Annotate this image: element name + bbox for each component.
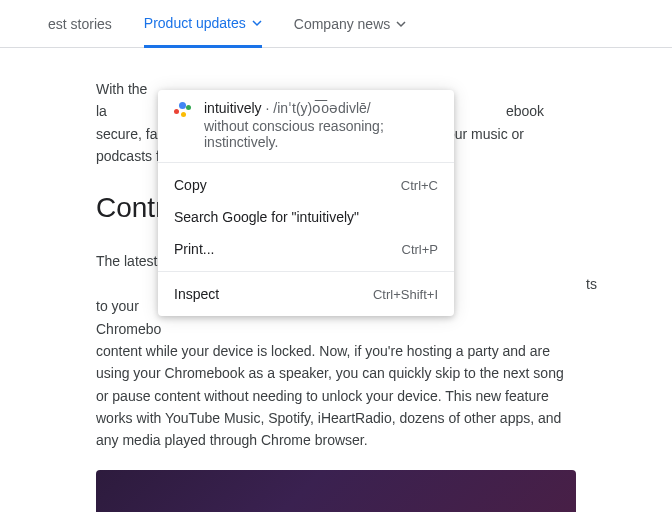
definition-meaning: without conscious reasoning; instinctive… — [204, 118, 438, 150]
menu-label: Copy — [174, 177, 401, 193]
text-fragment: The latest — [96, 253, 157, 269]
tab-label: est stories — [48, 16, 112, 32]
definition-word: intuitively — [204, 100, 262, 116]
menu-item-copy[interactable]: Copy Ctrl+C — [158, 169, 454, 201]
tab-product-updates[interactable]: Product updates — [144, 1, 262, 48]
context-menu: intuitively · /inˈt(y)o͞oədivlē/ without… — [158, 90, 454, 316]
menu-shortcut: Ctrl+C — [401, 178, 438, 193]
tab-label: Product updates — [144, 15, 246, 31]
menu-label: Search Google for "intuitively" — [174, 209, 438, 225]
menu-shortcut: Ctrl+Shift+I — [373, 287, 438, 302]
nav-tabs: est stories Product updates Company news — [0, 0, 672, 48]
tab-latest-stories[interactable]: est stories — [48, 0, 112, 47]
menu-label: Inspect — [174, 286, 373, 302]
menu-shortcut: Ctrl+P — [402, 242, 438, 257]
chevron-down-icon — [396, 19, 406, 29]
tab-company-news[interactable]: Company news — [294, 0, 407, 47]
definition-pronunciation: · /inˈt(y)o͞oədivlē/ — [265, 100, 370, 116]
media-thumbnail[interactable] — [96, 470, 576, 512]
tab-label: Company news — [294, 16, 391, 32]
text-fragment: With the la — [96, 81, 147, 119]
google-assistant-icon — [174, 102, 192, 120]
assistant-definition[interactable]: intuitively · /inˈt(y)o͞oədivlē/ without… — [158, 90, 454, 162]
menu-item-inspect[interactable]: Inspect Ctrl+Shift+I — [158, 278, 454, 310]
menu-item-search-google[interactable]: Search Google for "intuitively" — [158, 201, 454, 233]
menu-item-print[interactable]: Print... Ctrl+P — [158, 233, 454, 265]
chevron-down-icon — [252, 18, 262, 28]
text-fragment: your Chromebook as a speaker, you can qu… — [96, 365, 564, 448]
menu-label: Print... — [174, 241, 402, 257]
